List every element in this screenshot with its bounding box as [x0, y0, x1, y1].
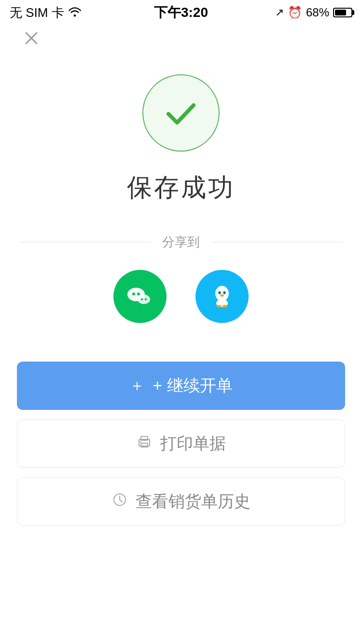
- svg-point-12: [219, 293, 221, 294]
- svg-point-5: [138, 294, 150, 304]
- divider-line-right: [211, 242, 343, 242]
- status-right: ↗ ⏰ 68%: [275, 6, 352, 19]
- share-icons-row: [113, 270, 249, 323]
- status-bar: 无 SIM 卡 下午3:20 ↗ ⏰ 68%: [0, 0, 362, 21]
- battery-percent: 68%: [306, 6, 329, 19]
- share-divider: 分享到: [0, 234, 362, 251]
- status-left: 无 SIM 卡: [10, 4, 82, 21]
- svg-point-4: [137, 293, 140, 295]
- svg-point-13: [224, 293, 225, 294]
- close-button[interactable]: [19, 26, 43, 50]
- status-time: 下午3:20: [154, 3, 208, 22]
- share-label: 分享到: [151, 234, 211, 251]
- history-button[interactable]: 查看销货单历史: [17, 477, 345, 526]
- svg-point-6: [141, 298, 143, 300]
- success-title: 保存成功: [127, 171, 235, 205]
- svg-point-3: [132, 293, 135, 295]
- wifi-icon: [68, 5, 82, 20]
- svg-point-8: [215, 286, 229, 301]
- divider-line-left: [19, 242, 151, 242]
- continue-button[interactable]: ＋ + 继续开单: [17, 362, 345, 410]
- print-icon: [136, 434, 153, 454]
- continue-label: + 继续开单: [153, 375, 232, 397]
- action-buttons: ＋ + 继续开单 打印单据 查看销货单历: [17, 362, 345, 526]
- print-label: 打印单据: [160, 433, 226, 455]
- battery-icon: [333, 8, 352, 17]
- success-icon-circle: [142, 74, 220, 152]
- alarm-icon: ⏰: [288, 6, 302, 19]
- history-label: 查看销货单历史: [136, 490, 251, 513]
- svg-point-7: [145, 298, 147, 300]
- location-icon: ↗: [275, 6, 284, 19]
- history-icon: [111, 491, 128, 512]
- print-button[interactable]: 打印单据: [17, 420, 345, 468]
- svg-point-16: [223, 305, 227, 308]
- main-content: 保存成功 分享到: [0, 21, 362, 526]
- svg-point-20: [140, 441, 141, 443]
- continue-icon: ＋: [129, 375, 145, 396]
- share-qq-button[interactable]: [195, 270, 249, 323]
- svg-point-15: [217, 305, 222, 308]
- no-sim-text: 无 SIM 卡: [10, 4, 64, 21]
- svg-point-14: [220, 294, 224, 297]
- share-wechat-button[interactable]: [113, 270, 167, 323]
